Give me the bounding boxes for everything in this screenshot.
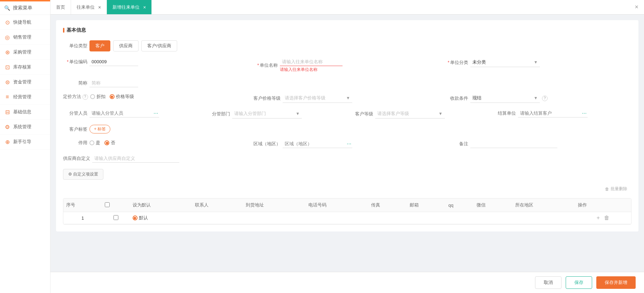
customer-tag-field: 客户标签 + 标签 [63,125,631,133]
unit-name-field: *单位名称 请输入往来单位名称 [253,58,441,73]
save-button[interactable]: 保存 [566,276,592,289]
payment-terms-select[interactable]: 现结 ▼ [470,93,540,103]
section-icon [63,28,64,33]
region-input[interactable] [283,140,345,148]
row-phone [306,212,368,224]
content-area: 基本信息 单位类型 客户 供应商 客户/供应商 *单位编码 [50,15,644,272]
tab-contacts-close[interactable]: × [98,5,101,10]
unit-category-select[interactable]: 未分类 ▼ [470,58,540,67]
row-default-label: 默认 [139,215,148,221]
sidebar-item-system[interactable]: ⚙ 系统管理 [0,120,50,135]
region-more-btn[interactable]: ··· [345,141,353,147]
col-no: 序号 [63,198,102,212]
department-select[interactable]: 请输入分管部门 ▼ [232,109,302,119]
remarks-input[interactable] [470,140,557,148]
unit-type-customer-btn[interactable]: 客户 [89,40,110,51]
manager-input-wrapper: ··· [89,109,159,117]
purchase-icon: ⊛ [4,49,10,55]
sidebar-item-label: 系统管理 [13,124,31,130]
sidebar-item-operations[interactable]: ≡ 经营管理 [0,90,50,105]
row-default-radio-item[interactable]: 默认 [133,215,190,221]
pricing-level-option[interactable]: 价格等级 [110,93,134,100]
disabled-radio-group: 是 否 [89,140,115,146]
tab-contacts-label: 往来单位 [77,4,95,10]
manager-field: 分管人员 ··· [63,109,203,117]
settlement-unit-label: 结算单位 [492,110,516,116]
row-action-cell: + 🗑 [575,212,631,224]
sidebar-item-quick-nav[interactable]: ⊙ 快捷导航 [0,15,50,30]
unit-type-both-btn[interactable]: 客户/供应商 [141,40,177,51]
col-email: 邮箱 [407,198,446,212]
manager-label: 分管人员 [63,110,87,116]
customer-price-level-select[interactable]: 请选择客户价格等级 ▼ [283,93,352,103]
customer-tag-label: 客户标签 [63,126,87,132]
settlement-unit-field: 结算单位 ··· [492,109,631,117]
sidebar-item-finance[interactable]: ⊜ 资金管理 [0,75,50,90]
select-all-checkbox[interactable] [105,202,110,207]
batch-delete-btn[interactable]: 🗑 批量删除 [605,186,627,192]
sidebar-item-newbie[interactable]: ⊕ 新手引导 [0,135,50,149]
pricing-discount-radio [90,94,95,99]
sidebar-item-purchase[interactable]: ⊛ 采购管理 [0,45,50,60]
window-close-button[interactable]: × [629,0,644,14]
tab-home[interactable]: 首页 [50,0,71,14]
manager-input[interactable] [89,109,152,117]
custom-setting-wrapper: ⚙ 自定义项设置 [63,169,631,180]
unit-name-input[interactable] [280,58,343,66]
unit-code-input[interactable] [89,58,138,66]
sidebar-item-sales[interactable]: ◎ 销售管理 [0,30,50,45]
add-tag-button[interactable]: + 标签 [89,125,110,133]
department-label: 分管部门 [206,111,230,117]
customer-level-placeholder: 请选择客户等级 [377,111,437,117]
main-area: 首页 往来单位 × 新增往来单位 × × 基本信息 单位类型 客户 [50,0,644,293]
short-name-field: 简称 [63,79,631,87]
supplier-custom-row: 供应商自定义 [63,154,631,163]
supplier-custom-input[interactable] [92,154,179,163]
unit-type-supplier-btn[interactable]: 供应商 [113,40,139,51]
pricing-radio-group: 折扣 价格等级 [90,93,134,100]
settlement-unit-input[interactable] [518,109,581,117]
table-header-bar: 🗑 批量删除 [63,184,631,194]
sidebar-item-inventory[interactable]: ⊡ 库存核算 [0,60,50,75]
sidebar-item-base[interactable]: ⊟ 基础信息 [0,105,50,120]
disabled-yes-option[interactable]: 是 [89,140,100,146]
base-icon: ⊟ [4,109,10,115]
manager-more-btn[interactable]: ··· [152,110,159,116]
pricing-discount-label: 折扣 [96,93,105,100]
unit-category-value: 未分类 [472,59,532,65]
customer-price-level-chevron: ▼ [346,96,350,100]
sales-icon: ◎ [4,34,10,40]
code-name-category-row: *单位编码 *单位名称 请输入往来单位名称 *单位分类 未分类 ▼ [63,58,631,73]
custom-setting-button[interactable]: ⚙ 自定义项设置 [63,169,103,180]
row-location [512,212,575,224]
customer-level-select[interactable]: 请选择客户等级 ▼ [375,109,445,119]
table-row: 1 默认 [63,212,631,224]
sidebar-item-label: 经营管理 [13,94,31,100]
short-name-input[interactable] [89,79,138,87]
save-new-button[interactable]: 保存并新增 [596,276,636,289]
tab-new-contact-close[interactable]: × [143,5,146,10]
tab-new-contact[interactable]: 新增往来单位 × [107,0,152,14]
unit-name-error: 请输入往来单位名称 [280,67,343,73]
payment-help-icon[interactable]: ? [542,96,548,101]
pricing-level-dot [111,96,113,98]
cancel-button[interactable]: 取消 [535,276,561,289]
settlement-unit-more-btn[interactable]: ··· [581,110,588,116]
unit-type-group: 客户 供应商 客户/供应商 [89,40,177,51]
row-delete-btn[interactable]: 🗑 [603,215,611,221]
row-email [407,212,446,224]
disabled-no-option[interactable]: 否 [104,140,115,146]
pricing-help-icon[interactable]: ? [83,94,88,100]
disabled-yes-radio [89,140,94,145]
col-phone: 电话号码 [306,198,368,212]
row-add-btn[interactable]: + [595,215,601,221]
unit-category-field: *单位分类 未分类 ▼ [444,58,631,67]
payment-terms-field: 收款条件 现结 ▼ ? [444,93,631,103]
pricing-discount-option[interactable]: 折扣 [90,93,105,100]
sidebar-item-label: 快捷导航 [13,19,31,25]
department-placeholder: 请输入分管部门 [234,111,294,117]
sidebar-search[interactable]: 🔍 搜索菜单 [0,1,50,15]
tab-contacts[interactable]: 往来单位 × [71,0,107,14]
row-checkbox[interactable] [113,215,118,220]
sidebar-item-label: 库存核算 [13,64,31,70]
